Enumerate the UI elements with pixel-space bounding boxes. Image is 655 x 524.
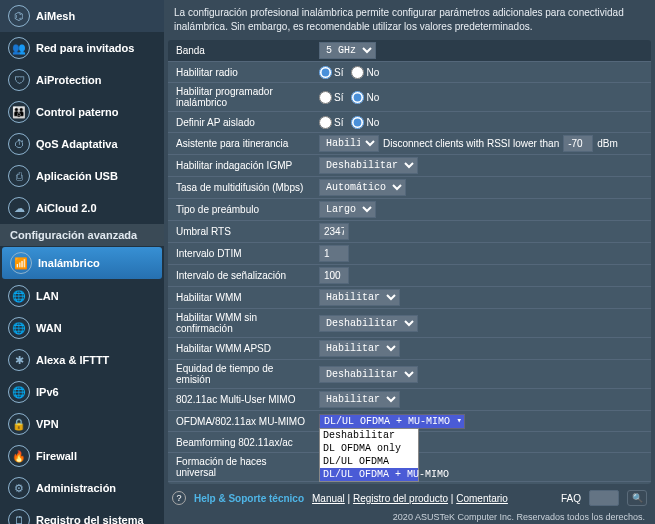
- preamble-select[interactable]: Largo: [319, 201, 376, 218]
- preamble-label: Tipo de preámbulo: [168, 201, 313, 218]
- nav-icon: ⌬: [8, 5, 30, 27]
- nav-icon: ✱: [8, 349, 30, 371]
- beamform-label: Beamforming 802.11ax/ac: [168, 434, 313, 451]
- product-reg-link[interactable]: Registro del producto: [353, 493, 448, 504]
- copyright: 2020 ASUSTeK Computer Inc. Reservados to…: [164, 508, 655, 524]
- wmm-apsd-select[interactable]: Habilitar: [319, 340, 400, 357]
- search-button[interactable]: 🔍: [627, 490, 647, 506]
- nav-label: Red para invitados: [36, 42, 134, 54]
- ap-no[interactable]: No: [351, 116, 379, 129]
- nav-label: Administración: [36, 482, 116, 494]
- nav-wan[interactable]: 🌐WAN: [0, 312, 164, 344]
- nav-aplicaci-n-usb[interactable]: ⎙Aplicación USB: [0, 160, 164, 192]
- nav-label: Registro del sistema: [36, 514, 144, 524]
- nav-registro-del-sistema[interactable]: 🗒Registro del sistema: [0, 504, 164, 524]
- wmm-select[interactable]: Habilitar: [319, 289, 400, 306]
- ofdma-opt-3[interactable]: DL/UL OFDMA + MU-MIMO: [320, 468, 418, 481]
- nav-label: Alexa & IFTTT: [36, 354, 109, 366]
- help-link[interactable]: Help & Soporte técnico: [194, 493, 304, 504]
- dtim-label: Intervalo DTIM: [168, 245, 313, 262]
- nav-icon: 🛡: [8, 69, 30, 91]
- nav-label: QoS Adaptativa: [36, 138, 118, 150]
- nav-icon: 🌐: [8, 285, 30, 307]
- nav-label: VPN: [36, 418, 59, 430]
- sched-label: Habilitar programador inalámbrico: [168, 83, 313, 111]
- wmm-noack-label: Habilitar WMM sin confirmación: [168, 309, 313, 337]
- radio-yes[interactable]: Sí: [319, 66, 343, 79]
- banda-label: Banda: [168, 42, 313, 59]
- rssi-input[interactable]: [563, 135, 593, 152]
- mumimo802-select[interactable]: Habilitar: [319, 391, 400, 408]
- universal-label: Formación de haces universal: [168, 453, 313, 481]
- beacon-input[interactable]: [319, 267, 349, 284]
- nav-label: Control paterno: [36, 106, 119, 118]
- roam-post: Disconnect clients with RSSI lower than: [383, 138, 559, 149]
- rts-label: Umbral RTS: [168, 223, 313, 240]
- roam-select[interactable]: Habilitar: [319, 135, 379, 152]
- nav-inal-mbrico[interactable]: 📶Inalámbrico: [2, 247, 162, 279]
- nav-label: LAN: [36, 290, 59, 302]
- wmm-apsd-label: Habilitar WMM APSD: [168, 340, 313, 357]
- ofdma-opt-1[interactable]: DL OFDMA only: [320, 442, 418, 455]
- txpower-label: Ajuste de la potencia de transmisión: [168, 482, 313, 484]
- comment-link[interactable]: Comentario: [456, 493, 508, 504]
- multicast-label: Tasa de multidifusión (Mbps): [168, 179, 313, 196]
- dtim-input[interactable]: [319, 245, 349, 262]
- airtime-select[interactable]: Deshabilitar: [319, 366, 418, 383]
- nav-aiprotection[interactable]: 🛡AiProtection: [0, 64, 164, 96]
- airtime-label: Equidad de tiempo de emisión: [168, 360, 313, 388]
- nav-label: WAN: [36, 322, 62, 334]
- nav-label: AiProtection: [36, 74, 101, 86]
- intro-text: La configuración profesional inalámbrica…: [164, 0, 655, 40]
- nav-label: AiMesh: [36, 10, 75, 22]
- nav-red-para-invitados[interactable]: 👥Red para invitados: [0, 32, 164, 64]
- ofdma-select[interactable]: DL/UL OFDMA + MU-MIMO: [319, 414, 465, 429]
- nav-alexa-ifttt[interactable]: ✱Alexa & IFTTT: [0, 344, 164, 376]
- ap-yes[interactable]: Sí: [319, 116, 343, 129]
- nav-vpn[interactable]: 🔒VPN: [0, 408, 164, 440]
- ofdma-opt-2[interactable]: DL/UL OFDMA: [320, 455, 418, 468]
- multicast-select[interactable]: Automático: [319, 179, 406, 196]
- beacon-label: Intervalo de señalización: [168, 267, 313, 284]
- nav-firewall[interactable]: 🔥Firewall: [0, 440, 164, 472]
- nav-administraci-n[interactable]: ⚙Administración: [0, 472, 164, 504]
- nav-label: AiCloud 2.0: [36, 202, 97, 214]
- nav-icon: 🗒: [8, 509, 30, 524]
- nav-icon: ⏱: [8, 133, 30, 155]
- ofdma-opt-0[interactable]: Deshabilitar: [320, 429, 418, 442]
- nav-ipv6[interactable]: 🌐IPv6: [0, 376, 164, 408]
- nav-qos-adaptativa[interactable]: ⏱QoS Adaptativa: [0, 128, 164, 160]
- radio-no[interactable]: No: [351, 66, 379, 79]
- nav-icon: 🌐: [8, 317, 30, 339]
- nav-icon: ⚙: [8, 477, 30, 499]
- sched-no[interactable]: No: [351, 91, 379, 104]
- section-advanced: Configuración avanzada: [0, 224, 164, 246]
- banda-select[interactable]: 5 GHz: [319, 42, 376, 59]
- nav-label: Firewall: [36, 450, 77, 462]
- wmm-label: Habilitar WMM: [168, 289, 313, 306]
- mumimo802-label: 802.11ac Multi-User MIMO: [168, 391, 313, 408]
- nav-icon: 🔥: [8, 445, 30, 467]
- rts-input[interactable]: [319, 223, 349, 240]
- nav-lan[interactable]: 🌐LAN: [0, 280, 164, 312]
- nav-icon: 🔒: [8, 413, 30, 435]
- nav-aimesh[interactable]: ⌬AiMesh: [0, 0, 164, 32]
- wmm-noack-select[interactable]: Deshabilitar: [319, 315, 418, 332]
- help-icon[interactable]: ?: [172, 491, 186, 505]
- nav-aicloud-2-0[interactable]: ☁AiCloud 2.0: [0, 192, 164, 224]
- nav-icon: ☁: [8, 197, 30, 219]
- search-input[interactable]: [589, 490, 619, 506]
- nav-icon: 👪: [8, 101, 30, 123]
- nav-control-paterno[interactable]: 👪Control paterno: [0, 96, 164, 128]
- manual-link[interactable]: Manual: [312, 493, 345, 504]
- radio-label: Habilitar radio: [168, 64, 313, 81]
- nav-label: Aplicación USB: [36, 170, 118, 182]
- nav-icon: 👥: [8, 37, 30, 59]
- nav-icon: ⎙: [8, 165, 30, 187]
- rssi-unit: dBm: [597, 138, 618, 149]
- ofdma-dropdown[interactable]: Deshabilitar DL OFDMA only DL/UL OFDMA D…: [319, 428, 419, 482]
- faq-label: FAQ: [561, 493, 581, 504]
- nav-label: Inalámbrico: [38, 257, 100, 269]
- igmp-select[interactable]: Deshabilitar: [319, 157, 418, 174]
- sched-yes[interactable]: Sí: [319, 91, 343, 104]
